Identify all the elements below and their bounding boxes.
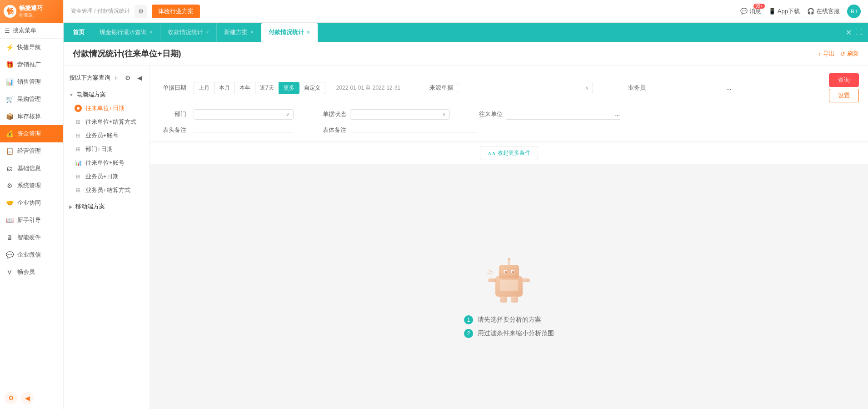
tab-home[interactable]: 首页 <box>65 23 92 42</box>
plan-dept-date[interactable]: ⊞ 部门+日期 <box>64 142 150 156</box>
filter-row-2: 部门 ∨ 单据状态 ∨ 往 <box>159 109 859 120</box>
tab-receivable-close[interactable]: × <box>206 29 209 35</box>
tab-new-plan-close[interactable]: × <box>250 29 254 35</box>
date-btn-7days[interactable]: 近7天 <box>255 82 279 94</box>
wechat-icon: 💬 <box>5 251 14 259</box>
query-btn[interactable]: 查询 <box>829 73 859 87</box>
plan-unit-settle-label: 往来单位+结算方式 <box>85 118 136 126</box>
app-download-btn[interactable]: 📱 App下载 <box>768 7 800 15</box>
export-icon: ↑ <box>818 50 822 57</box>
tabs-close-all-btn[interactable]: ✕ <box>846 28 852 37</box>
tab-payment-stat-close[interactable]: × <box>307 29 310 35</box>
sidebar-item-wechat[interactable]: 💬企业微信 <box>0 246 63 263</box>
plan-settings-btn[interactable]: ⚙ <box>123 73 132 82</box>
empty-step-2: 2 用过滤条件来缩小分析范围 <box>464 329 554 338</box>
plan-unit-account[interactable]: 📊 往来单位+账号 <box>64 156 150 170</box>
refresh-btn[interactable]: ↺ 刷新 <box>840 50 859 58</box>
online-service-btn[interactable]: 🎧 在线客服 <box>807 7 840 15</box>
counterpart-input[interactable]: ... <box>506 109 620 120</box>
sidebar-item-basic[interactable]: 🗂基础信息 <box>0 160 63 177</box>
tab-bank-flow-close[interactable]: × <box>150 29 153 35</box>
inventory-label: 库存核算 <box>17 112 41 121</box>
sidebar-footer: ⚙ ◀ <box>0 387 63 409</box>
filter-row-3: 表头备注 表体备注 <box>159 126 859 134</box>
doc-status-select[interactable]: ∨ <box>350 109 450 120</box>
sidebar-title: 畅捷通巧 <box>19 5 43 12</box>
date-btn-more[interactable]: 更多 <box>279 82 299 94</box>
sidebar-item-hardware[interactable]: 🖥智能硬件 <box>0 229 63 246</box>
collapse-chevron-icon: ∧∧ <box>488 150 496 157</box>
sidebar-item-quick-nav[interactable]: ⚡快捷导航 <box>0 39 63 56</box>
source-filter-group: 来源单据 ∨ <box>426 83 593 93</box>
marketing-icon: 🎁 <box>5 61 14 69</box>
header-note-label: 表头备注 <box>159 126 186 134</box>
tab-new-plan[interactable]: 新建方案 × <box>217 23 261 42</box>
add-plan-btn[interactable]: + <box>111 73 120 82</box>
plan-salesman-settle[interactable]: ⊞ 业务员+结算方式 <box>64 183 150 197</box>
date-btn-custom[interactable]: 自定义 <box>299 82 325 94</box>
filter-settings-btn[interactable]: 设置 <box>829 89 859 102</box>
empty-state-area: 1 请先选择要分析的方案 2 用过滤条件来缩小分析范围 <box>150 164 868 409</box>
message-btn[interactable]: 💬 消息 99+ <box>740 7 761 15</box>
date-filter-label: 单据日期 <box>159 84 186 92</box>
plan-salesman-account[interactable]: ⊞ 业务员+账号 <box>64 129 150 142</box>
desktop-section-header[interactable]: ▼ 电脑端方案 <box>64 88 150 101</box>
dept-select[interactable]: ∨ <box>194 109 294 120</box>
sidebar-item-inventory[interactable]: 📦库存核算 <box>0 108 63 125</box>
sidebar-item-guide[interactable]: 📖新手引导 <box>0 212 63 229</box>
plan-salesman-account-label: 业务员+账号 <box>85 131 119 140</box>
svg-line-13 <box>489 270 493 273</box>
sidebar-item-marketing[interactable]: 🎁营销推广 <box>0 56 63 73</box>
collab-icon: 🤝 <box>5 199 14 207</box>
sidebar-item-finance[interactable]: 💰资金管理 <box>0 125 63 142</box>
plan-salesman-date-label: 业务员+日期 <box>85 172 119 181</box>
body-note-input[interactable] <box>350 128 477 132</box>
guide-label: 新手引导 <box>17 216 41 224</box>
date-btn-this-year[interactable]: 本年 <box>234 82 255 94</box>
sidebar-item-sales[interactable]: 📊销售管理 <box>0 73 63 91</box>
sidebar-item-collab[interactable]: 🤝企业协同 <box>0 194 63 212</box>
sidebar-item-operation[interactable]: 📋经营管理 <box>0 142 63 160</box>
sidebar-item-purchase[interactable]: 🛒采购管理 <box>0 91 63 108</box>
sidebar-item-vip[interactable]: V畅会员 <box>0 263 63 281</box>
content-area: 付款情况统计(往来单位+日期) ↑ 导出 ↺ 刷新 按以下方案查询 + <box>64 42 868 409</box>
search-menu-item[interactable]: ☰ 搜索菜单 <box>0 23 63 39</box>
mobile-section-label: 移动端方案 <box>75 202 105 211</box>
source-select[interactable]: ∨ <box>457 83 593 93</box>
tab-payment-stat[interactable]: 付款情况统计 × <box>261 23 318 42</box>
date-btn-this-month[interactable]: 本月 <box>214 82 234 94</box>
sidebar-item-system[interactable]: ⚙系统管理 <box>0 177 63 194</box>
tab-receivable[interactable]: 收款情况统计 × <box>160 23 217 42</box>
basic-label: 基础信息 <box>17 164 41 172</box>
plan-salesman-date[interactable]: ⊞ 业务员+日期 <box>64 170 150 183</box>
plan-unit-date[interactable]: 往来单位+日期 <box>64 101 150 115</box>
collapse-more-btn[interactable]: ∧∧ 收起更多条件 <box>480 146 538 160</box>
trial-btn[interactable]: 体验行业方案 <box>152 5 200 18</box>
app-icon: 📱 <box>768 8 776 15</box>
settings-footer-icon[interactable]: ⚙ <box>5 392 17 404</box>
collapse-sidebar-icon[interactable]: ◀ <box>21 392 34 404</box>
date-btn-last-month[interactable]: 上月 <box>194 82 214 94</box>
svg-rect-10 <box>500 280 518 291</box>
tab-home-label: 首页 <box>73 28 85 36</box>
user-avatar[interactable]: Rit <box>847 5 861 18</box>
collapse-panel-btn[interactable]: ◀ <box>135 73 144 82</box>
salesperson-filter-group: 业务员 ... <box>619 82 731 93</box>
plan-unit-settle[interactable]: ⊞ 往来单位+结算方式 <box>64 115 150 129</box>
topbar-settings-btn[interactable]: ⚙ <box>135 5 147 18</box>
tab-payment-stat-label: 付款情况统计 <box>269 28 304 36</box>
page-header: 付款情况统计(往来单位+日期) ↑ 导出 ↺ 刷新 <box>64 42 868 66</box>
salesperson-input[interactable]: ... <box>649 82 731 93</box>
svg-rect-8 <box>488 278 496 282</box>
export-btn[interactable]: ↑ 导出 <box>818 50 835 58</box>
header-note-input[interactable] <box>194 128 294 132</box>
operation-icon: 📋 <box>5 147 14 155</box>
tab-bank-flow[interactable]: 现金银行流水查询 × <box>92 23 160 42</box>
tabs-expand-btn[interactable]: ⛶ <box>855 28 863 36</box>
filter-row-1: 单据日期 上月 本月 本年 近7天 更多 自定义 2022-01-01 至 20… <box>159 73 859 102</box>
mobile-section: ▶ 移动端方案 <box>64 200 150 213</box>
guide-icon: 📖 <box>5 216 14 224</box>
step-2-text: 用过滤条件来缩小分析范围 <box>478 329 554 338</box>
marketing-label: 营销推广 <box>17 61 41 69</box>
mobile-section-header[interactable]: ▶ 移动端方案 <box>64 200 150 213</box>
